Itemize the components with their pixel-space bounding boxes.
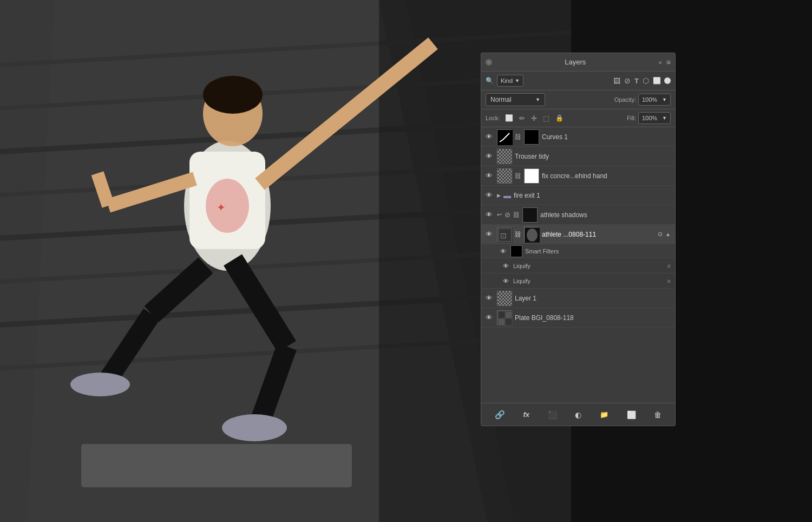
delete-layer-button[interactable]: 🗑 <box>651 409 664 421</box>
smart-filters-label: Smart Filters <box>525 248 559 255</box>
layer-name-liquify1: Liquify <box>513 263 665 269</box>
lock-transparent-icon[interactable]: ⬜ <box>503 114 515 122</box>
new-layer-button[interactable]: ⬜ <box>624 409 639 421</box>
layer-thumb-athlete-smart: ⊡ <box>497 227 512 242</box>
layers-list[interactable]: 👁 ⛓ Curves 1 👁 Trouser tidy 👁 ⛓ fix conc… <box>481 127 675 403</box>
layer-thumb-athlete-shadows <box>522 207 538 223</box>
layer-item-liquify2[interactable]: 👁 Liquify ≡ <box>481 273 675 289</box>
layer-visibility-fix-concre[interactable]: 👁 <box>486 172 494 180</box>
kind-chevron-icon: ▼ <box>515 78 520 83</box>
layer-item-fire-exit[interactable]: 👁 ▶ ▬ fire exit 1 <box>481 186 675 205</box>
kind-filter-dropdown[interactable]: Kind ▼ <box>497 75 523 87</box>
layer-thumb-curves1 <box>497 129 512 145</box>
layer-thumb-layer1 <box>497 291 512 306</box>
panel-menu-icon[interactable]: ≡ <box>666 58 671 67</box>
lock-move-icon[interactable]: ✛ <box>529 114 539 123</box>
smart-filters-row: 👁 Smart Filters <box>481 244 675 258</box>
layer-mask-fix-concre <box>524 168 539 184</box>
layer-chain-athlete-shadows: ⛓ <box>513 211 520 219</box>
opacity-input[interactable]: 100% ▼ <box>638 94 671 106</box>
layer-visibility-fire-exit[interactable]: 👁 <box>486 191 494 199</box>
lock-artboard-icon[interactable]: ⬚ <box>541 114 551 123</box>
fill-section: Fill: 100% ▼ <box>627 112 671 124</box>
search-icon: 🔍 <box>486 77 494 84</box>
layer-visibility-layer1[interactable]: 👁 <box>486 294 494 302</box>
liquify2-settings-icon[interactable]: ≡ <box>667 278 671 284</box>
svg-text:⊡: ⊡ <box>500 231 507 240</box>
smart-object-icon-athlete: ⊙ <box>658 231 663 238</box>
layer-visibility-athlete-smart[interactable]: 👁 <box>486 230 494 238</box>
layer-name-trouser-tidy: Trouser tidy <box>515 153 671 160</box>
layer-mask-curves1 <box>524 129 539 145</box>
svg-text:✦: ✦ <box>217 201 226 213</box>
filter-shape-icon[interactable]: ⬡ <box>642 76 650 86</box>
layer-thumb-fix-concre <box>497 168 512 184</box>
layer-visibility-liquify1[interactable]: 👁 <box>503 263 510 269</box>
filter-image-icon[interactable]: 🖼 <box>613 76 621 86</box>
layer-name-liquify2: Liquify <box>513 278 665 284</box>
group-folder-fire-exit: ▬ <box>503 191 511 200</box>
opacity-section: Opacity: 100% ▼ <box>614 94 671 106</box>
layer-item-trouser-tidy[interactable]: 👁 Trouser tidy <box>481 147 675 166</box>
layer-item-fix-concre[interactable]: 👁 ⛓ fix concre...ehind hand <box>481 166 675 186</box>
layer-chain-fix-concre: ⛓ <box>515 172 521 180</box>
svg-point-23 <box>222 414 287 441</box>
lock-all-icon[interactable]: 🔒 <box>554 114 565 122</box>
layer-chain-curves1: ⛓ <box>515 133 521 141</box>
svg-rect-37 <box>499 319 505 325</box>
filter-text-icon[interactable]: T <box>634 76 639 86</box>
layer-visibility-curves1[interactable]: 👁 <box>486 133 494 141</box>
layer-visibility-athlete-shadows[interactable]: 👁 <box>486 211 494 219</box>
group-arrow-fire-exit[interactable]: ▶ <box>497 193 501 198</box>
panel-titlebar: × Layers « ≡ <box>481 53 675 71</box>
layer-visibility-trouser-tidy[interactable]: 👁 <box>486 152 494 160</box>
filter-smart-icon[interactable]: ⬜ <box>652 76 662 85</box>
layer-item-athlete-smart[interactable]: 👁 ⊡ ⛓ athlete ...0808-111 ⊙ ▲ <box>481 225 675 244</box>
opacity-chevron-icon: ▼ <box>662 97 667 102</box>
layer-name-fire-exit: fire exit 1 <box>514 192 671 199</box>
layers-panel: × Layers « ≡ 🔍 Kind ▼ 🖼 ⊘ T ⬡ ⬜ Normal ▼ <box>481 53 676 426</box>
add-mask-button[interactable]: ⬛ <box>545 409 560 421</box>
layer-item-athlete-shadows[interactable]: 👁 ↩ ⊘ ⛓ athlete shadows <box>481 205 675 225</box>
new-group-button[interactable]: 📁 <box>597 409 611 420</box>
blend-chevron-icon: ▼ <box>535 97 540 102</box>
layer-name-fix-concre: fix concre...ehind hand <box>542 172 671 180</box>
svg-rect-35 <box>499 312 505 318</box>
layer-item-layer1[interactable]: 👁 Layer 1 <box>481 289 675 308</box>
panel-collapse-icon[interactable]: « <box>659 59 662 66</box>
svg-point-33 <box>527 229 538 242</box>
layer-visibility-plate-bgi[interactable]: 👁 <box>486 314 494 322</box>
layer-item-plate-bgi[interactable]: 👁 Plate BGI_0808-118 <box>481 308 675 328</box>
svg-point-24 <box>70 373 130 396</box>
layer-item-curves1[interactable]: 👁 ⛓ Curves 1 <box>481 127 675 147</box>
layer-chain-athlete-smart: ⛓ <box>515 231 521 238</box>
filter-bar: 🔍 Kind ▼ 🖼 ⊘ T ⬡ ⬜ <box>481 71 675 90</box>
svg-rect-38 <box>506 319 512 325</box>
lock-row: Lock: ⬜ ✏ ✛ ⬚ 🔒 Fill: 100% ▼ <box>481 109 675 127</box>
layer-styles-button[interactable]: fx <box>520 409 532 420</box>
svg-rect-36 <box>506 312 512 318</box>
layer-visibility-liquify2[interactable]: 👁 <box>503 278 510 284</box>
filter-pixel-dot[interactable] <box>664 77 671 84</box>
layer-thumb-trouser-tidy <box>497 149 512 164</box>
layer-mask-athlete-smart <box>524 227 539 242</box>
layer-thumb-plate-bgi <box>497 310 512 325</box>
panel-close-button[interactable]: × <box>486 59 492 66</box>
link-layers-button[interactable]: 🔗 <box>492 408 508 421</box>
layer-name-layer1: Layer 1 <box>515 295 671 302</box>
layer-item-liquify1[interactable]: 👁 Liquify ≡ <box>481 258 675 273</box>
blend-mode-dropdown[interactable]: Normal ▼ <box>486 93 545 106</box>
layer-name-athlete-smart: athlete ...0808-111 <box>542 231 655 238</box>
svg-rect-27 <box>81 444 352 487</box>
lock-pixel-icon[interactable]: ✏ <box>518 114 527 123</box>
svg-point-25 <box>206 179 249 233</box>
panel-toolbar: 🔗 fx ⬛ ◐ 📁 ⬜ 🗑 <box>481 403 675 426</box>
filter-adjust-icon[interactable]: ⊘ <box>624 76 631 86</box>
fill-input[interactable]: 100% ▼ <box>638 112 671 124</box>
smart-filters-visibility[interactable]: 👁 <box>500 248 508 255</box>
add-adjustment-button[interactable]: ◐ <box>572 409 584 421</box>
layer-collapse-athlete-smart[interactable]: ▲ <box>665 231 671 237</box>
liquify1-settings-icon[interactable]: ≡ <box>667 263 671 269</box>
layer-name-plate-bgi: Plate BGI_0808-118 <box>515 314 671 322</box>
blend-opacity-row: Normal ▼ Opacity: 100% ▼ <box>481 90 675 109</box>
